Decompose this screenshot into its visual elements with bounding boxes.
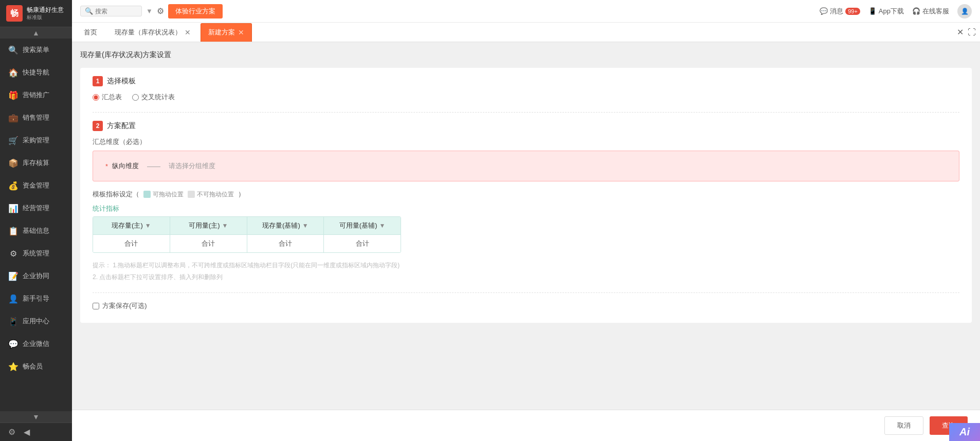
save-row: 方案保存(可选) [93,301,959,310]
sidebar-scroll-up[interactable]: ▲ [0,27,72,39]
search-input[interactable] [95,8,136,15]
radio-cross-input[interactable] [132,94,139,101]
sidebar-item-system[interactable]: ⚙ 系统管理 [0,242,72,265]
sidebar-item-search-label: 搜索菜单 [23,45,49,54]
sidebar-bottom: ⚙ ◀ [0,422,72,441]
sidebar-item-member[interactable]: ⭐ 畅会员 [0,355,72,378]
tabbar-actions: ✕ ⛶ [957,27,976,37]
sidebar-scroll-down[interactable]: ▼ [0,411,72,422]
sidebar-item-purchase[interactable]: 🛒 采购管理 [0,129,72,152]
sidebar-item-inventory[interactable]: 📦 库存核算 [0,152,72,174]
sidebar-item-newbie[interactable]: 👤 新手引导 [0,287,72,310]
sidebar-item-wechat-label: 企业微信 [23,339,49,348]
radio-summary-input[interactable] [93,94,99,101]
stats-label: 统计指标 [93,204,959,213]
sidebar-item-apps-label: 应用中心 [23,317,49,326]
logo-text-block: 畅康通好生意 标准版 [27,6,64,22]
sidebar-item-newbie-label: 新手引导 [23,294,49,303]
search-icon: 🔍 [8,45,19,55]
col-header-2[interactable]: 可用量(主) ▼ [170,217,247,234]
avatar-circle: 👤 [957,4,972,19]
settings-topbar-button[interactable]: ⚙ [157,6,164,16]
draggable-legend-box [143,191,151,198]
col-chevron-2: ▼ [222,222,228,229]
table-data-row: 合计 合计 合计 合计 [93,234,401,252]
aggregate-dim-label: 汇总维度（必选） [93,137,959,146]
radio-cross[interactable]: 交叉统计表 [132,93,175,102]
step2-section: 2 方案配置 汇总维度（必选） * 纵向维度 —— 请选择分组维度 [93,121,959,282]
sidebar-item-wechat[interactable]: 💬 企业微信 [0,333,72,355]
tab-home[interactable]: 首页 [76,23,105,42]
plan-settings-card: 1 选择模板 汇总表 交叉统计表 2 [80,68,972,323]
sidebar-item-purchase-label: 采购管理 [23,136,49,145]
tip-title: 提示： [93,262,111,269]
radio-summary-label: 汇总表 [102,93,122,102]
sidebar-item-member-label: 畅会员 [23,362,43,371]
sidebar-item-search[interactable]: 🔍 搜索菜单 [0,39,72,61]
search-box[interactable]: 🔍 [80,6,142,16]
mobile-icon: 📱 [8,316,19,326]
tab-new-plan[interactable]: 新建方案 ✕ [201,23,252,42]
main-area: 🔍 ▼ ⚙ 体验行业方案 💬 消息 99+ 📱 App下载 🎧 在线客服 👤 [72,0,980,441]
col-label-4: 可用量(基辅) [339,221,377,230]
app-name: 畅康通好生意 [27,6,64,14]
col-header-3[interactable]: 现存量(基辅) ▼ [247,217,324,234]
col-label-2: 可用量(主) [189,221,220,230]
cart-icon: 🛒 [8,135,19,145]
chat-icon: 💬 [8,339,19,349]
col-header-1[interactable]: 现存量(主) ▼ [93,217,170,234]
sidebar-item-shortcuts[interactable]: 🏠 快捷导航 [0,61,72,84]
sidebar-item-marketing[interactable]: 🎁 营销推广 [0,84,72,106]
collapse-icon[interactable]: ◀ [24,427,30,437]
sidebar-item-enterprise[interactable]: 📝 企业协同 [0,265,72,287]
expand-tab-action-button[interactable]: ⛶ [968,28,976,37]
message-icon: 💬 [820,7,828,15]
tab-inventory-label: 现存量（库存状况表） [115,28,182,37]
sidebar-item-shortcuts-label: 快捷导航 [23,68,49,77]
app-download-label: App下载 [879,7,904,16]
clipboard-icon: 📋 [8,226,19,236]
headset-icon: 🎧 [912,7,920,15]
cell-agg-4: 合计 [324,235,401,252]
home-icon: 🏠 [8,67,19,78]
col-header-4[interactable]: 可用量(基辅) ▼ [324,217,401,234]
settings-bottom-icon[interactable]: ⚙ [8,427,15,437]
message-item[interactable]: 💬 消息 99+ [820,7,860,16]
tab-inventory-close[interactable]: ✕ [185,28,191,36]
sidebar-item-finance[interactable]: 💰 资金管理 [0,174,72,197]
plan-config: 汇总维度（必选） * 纵向维度 —— 请选择分组维度 模板指标设定（ [93,137,959,282]
tabbar: 首页 现存量（库存状况表） ✕ 新建方案 ✕ ✕ ⛶ [72,23,980,42]
sidebar-item-basic[interactable]: 📋 基础信息 [0,219,72,242]
doc-icon: 📝 [8,271,19,281]
tab-inventory[interactable]: 现存量（库存状况表） ✕ [107,23,198,42]
sidebar-item-operations[interactable]: 📊 经营管理 [0,197,72,219]
tip-item-1: 提示： 1.拖动标题栏可以调整布局，不可跨维度或指标区域拖动栏目字段(只能在同一… [93,261,959,270]
save-checkbox-label[interactable]: 方案保存(可选) [102,301,147,310]
industry-plan-button[interactable]: 体验行业方案 [168,4,223,19]
logo-icon: 畅 [6,5,23,22]
topbar-left: 🔍 ▼ ⚙ 体验行业方案 [80,4,223,19]
cell-agg-1: 合计 [93,235,170,252]
tab-new-plan-close[interactable]: ✕ [238,28,244,36]
sidebar-item-enterprise-label: 企业协同 [23,271,49,281]
app-download-item[interactable]: 📱 App下载 [868,7,904,16]
step2-title: 方案配置 [107,121,136,131]
radio-summary[interactable]: 汇总表 [93,93,122,102]
ai-badge[interactable]: Ai [949,423,980,441]
legend-draggable: 可拖动位置 [143,190,184,199]
sales-icon: 💼 [8,113,19,123]
sidebar-item-sales[interactable]: 💼 销售管理 [0,106,72,129]
save-checkbox[interactable] [93,303,99,309]
step1-section: 1 选择模板 汇总表 交叉统计表 [93,76,959,102]
user-avatar[interactable]: 👤 [957,4,972,19]
message-badge: 99+ [845,8,860,15]
box-icon: 📦 [8,158,19,168]
cancel-button[interactable]: 取消 [884,416,923,435]
message-label: 消息 [830,7,843,16]
close-tab-action-button[interactable]: ✕ [957,27,964,37]
dropdown-arrow-icon[interactable]: ▼ [146,7,153,15]
legend-not-draggable-label: 不可拖动位置 [197,190,234,199]
online-service-item[interactable]: 🎧 在线客服 [912,7,949,16]
indicator-table: 现存量(主) ▼ 可用量(主) ▼ 现存量(基辅) ▼ [93,216,401,253]
sidebar-item-apps[interactable]: 📱 应用中心 [0,310,72,333]
